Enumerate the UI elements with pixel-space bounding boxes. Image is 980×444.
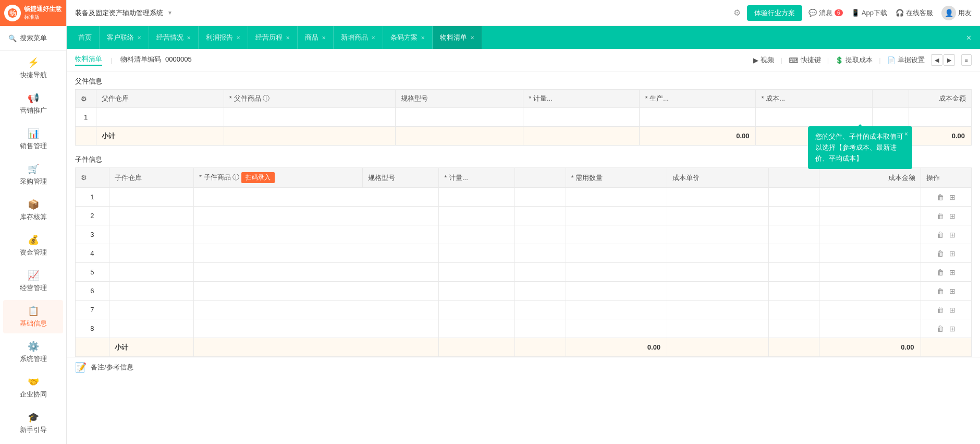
tab-operations-close[interactable]: ✕ (187, 35, 191, 41)
page-tab-bom-code[interactable]: 物料清单编码 0000005 (120, 55, 191, 65)
child-row-7-unit[interactable] (515, 301, 566, 319)
parent-row-1-produce[interactable] (640, 108, 756, 127)
sidebar-item-enterprise[interactable]: 🤝 企业协同 (3, 371, 63, 404)
prev-arrow[interactable]: ◀ (931, 54, 942, 66)
child-row-4-warehouse[interactable] (109, 244, 193, 263)
parent-row-1-warehouse[interactable] (96, 108, 224, 127)
tab-customer-close[interactable]: ✕ (137, 35, 141, 41)
tab-profit-close[interactable]: ✕ (236, 35, 240, 41)
copy-row-icon[interactable]: ⊞ (949, 231, 956, 239)
child-row-6-product[interactable] (194, 282, 439, 301)
child-row-4-spec[interactable] (439, 244, 515, 263)
message-button[interactable]: 💬 消息 6 (808, 8, 843, 18)
child-row-8-unit-cost[interactable] (667, 319, 769, 338)
child-row-7-unit-cost[interactable] (667, 301, 769, 319)
child-row-6-spec[interactable] (439, 282, 515, 301)
child-row-5-qty[interactable] (566, 263, 667, 282)
child-row-1-product[interactable] (194, 188, 439, 207)
tab-history-close[interactable]: ✕ (286, 35, 290, 41)
child-row-4-product[interactable] (194, 244, 439, 263)
child-row-4-qty[interactable] (566, 244, 667, 263)
sidebar-item-sales[interactable]: 📊 销售管理 (3, 123, 63, 156)
child-row-3-product[interactable] (194, 225, 439, 244)
copy-row-icon[interactable]: ⊞ (949, 212, 956, 220)
delete-row-icon[interactable]: 🗑 (937, 231, 944, 239)
child-row-8-unit[interactable] (515, 319, 566, 338)
delete-row-icon[interactable]: 🗑 (937, 306, 944, 314)
child-row-5-unit[interactable] (515, 263, 566, 282)
parent-row-1-spec[interactable] (396, 108, 523, 127)
sidebar-item-basic-info[interactable]: 📋 基础信息 (3, 300, 63, 333)
child-row-5-product[interactable] (194, 263, 439, 282)
tab-products-close[interactable]: ✕ (322, 35, 326, 41)
next-arrow[interactable]: ▶ (944, 54, 955, 66)
document-settings-button[interactable]: 📄 单据设置 (887, 55, 925, 65)
tab-home[interactable]: 首页 (71, 26, 100, 49)
child-row-2-product[interactable] (194, 207, 439, 225)
child-row-7-qty[interactable] (566, 301, 667, 319)
tab-products[interactable]: 商品 ✕ (298, 26, 334, 49)
delete-row-icon[interactable]: 🗑 (937, 268, 944, 277)
tab-barcode[interactable]: 条码方案 ✕ (383, 26, 433, 49)
parent-col-settings[interactable]: ⚙ (76, 90, 96, 108)
page-tab-bom[interactable]: 物料清单 (75, 54, 102, 66)
view-video-button[interactable]: ▶ 视频 (753, 55, 774, 65)
delete-row-icon[interactable]: 🗑 (937, 249, 944, 258)
child-row-7-spec[interactable] (439, 301, 515, 319)
trial-button[interactable]: 体验行业方案 (747, 5, 802, 21)
copy-row-icon[interactable]: ⊞ (949, 325, 956, 333)
tab-profit[interactable]: 利润报告 ✕ (199, 26, 248, 49)
child-row-5-warehouse[interactable] (109, 263, 193, 282)
tab-bom[interactable]: 物料清单 ✕ (433, 26, 482, 49)
close-all-tabs-button[interactable]: ✕ (962, 32, 976, 44)
user-menu[interactable]: 👤 用友 (941, 6, 972, 20)
child-row-3-unit-cost[interactable] (667, 225, 769, 244)
parent-row-1-cost[interactable] (756, 108, 872, 127)
sidebar-item-finance[interactable]: 💰 资金管理 (3, 229, 63, 262)
settings-gear-icon[interactable]: ⚙ (733, 8, 741, 18)
copy-row-icon[interactable]: ⊞ (949, 249, 956, 258)
sidebar-item-purchase[interactable]: 🛒 采购管理 (3, 158, 63, 191)
system-dropdown-arrow[interactable]: ▼ (167, 10, 173, 16)
shortcut-button[interactable]: ⌨ 快捷键 (789, 55, 821, 65)
extract-cost-button[interactable]: 💲 提取成本 (835, 55, 873, 65)
copy-row-icon[interactable]: ⊞ (949, 193, 956, 201)
child-row-7-warehouse[interactable] (109, 301, 193, 319)
parent-row-1-unit[interactable] (523, 108, 640, 127)
copy-row-icon[interactable]: ⊞ (949, 268, 956, 277)
tab-history[interactable]: 经营历程 ✕ (248, 26, 298, 49)
child-row-2-unit-cost[interactable] (667, 207, 769, 225)
copy-row-icon[interactable]: ⊞ (949, 306, 956, 314)
child-row-3-qty[interactable] (566, 225, 667, 244)
child-row-3-spec[interactable] (439, 225, 515, 244)
child-row-7-product[interactable] (194, 301, 439, 319)
child-row-6-unit-cost[interactable] (667, 282, 769, 301)
child-row-6-unit[interactable] (515, 282, 566, 301)
tab-new-product[interactable]: 新增商品 ✕ (334, 26, 383, 49)
tab-customer[interactable]: 客户联络 ✕ (100, 26, 149, 49)
child-row-2-unit[interactable] (515, 207, 566, 225)
delete-row-icon[interactable]: 🗑 (937, 325, 944, 333)
parent-row-1-product[interactable] (224, 108, 396, 127)
child-row-8-spec[interactable] (439, 319, 515, 338)
sidebar-item-quick-nav[interactable]: ⚡ 快捷导航 (3, 52, 63, 85)
child-row-4-unit-cost[interactable] (667, 244, 769, 263)
child-row-6-qty[interactable] (566, 282, 667, 301)
delete-row-icon[interactable]: 🗑 (937, 287, 944, 295)
delete-row-icon[interactable]: 🗑 (937, 212, 944, 220)
child-row-1-spec[interactable] (439, 188, 515, 207)
tooltip-close-button[interactable]: × (904, 129, 908, 139)
child-row-2-qty[interactable] (566, 207, 667, 225)
sidebar-item-system[interactable]: ⚙️ 系统管理 (3, 335, 63, 369)
scan-input-button[interactable]: 扫码录入 (241, 172, 275, 183)
child-row-1-unit-cost[interactable] (667, 188, 769, 207)
delete-row-icon[interactable]: 🗑 (937, 193, 944, 201)
child-row-3-warehouse[interactable] (109, 225, 193, 244)
sidebar-item-marketing[interactable]: 📢 营销推广 (3, 87, 63, 121)
tab-new-product-close[interactable]: ✕ (371, 35, 375, 41)
app-download-button[interactable]: 📱 App下载 (851, 8, 887, 18)
child-row-1-unit[interactable] (515, 188, 566, 207)
child-row-3-unit[interactable] (515, 225, 566, 244)
child-row-8-product[interactable] (194, 319, 439, 338)
online-service-button[interactable]: 🎧 在线客服 (896, 8, 933, 18)
